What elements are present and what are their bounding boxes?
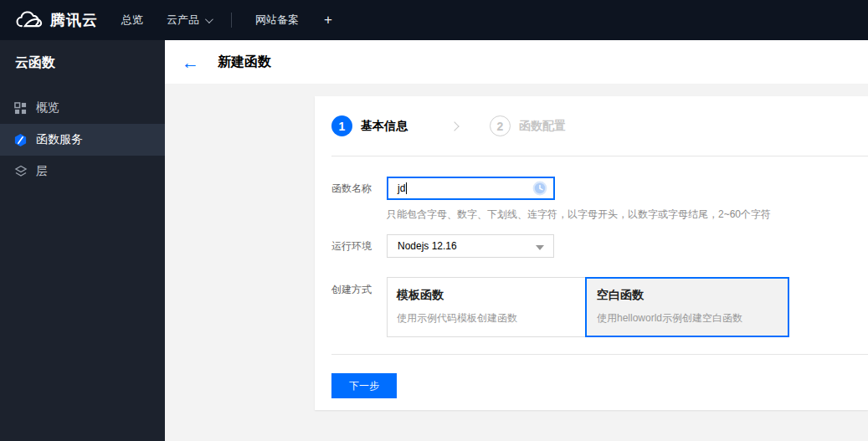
chevron-down-icon <box>205 15 213 23</box>
sidebar-item-label: 函数服务 <box>36 132 83 147</box>
nav-overview[interactable]: 总览 <box>121 13 143 28</box>
step-2-circle: 2 <box>490 115 511 136</box>
create-function-card: 1 基本信息 2 函数配置 函数名称 jd <box>315 96 868 410</box>
function-name-label: 函数名称 <box>331 177 387 222</box>
sidebar-item-label: 层 <box>36 164 48 179</box>
topbar: 腾讯云 总览 云产品 网站备案 + <box>0 0 868 40</box>
page-header: ← 新建函数 <box>165 40 868 84</box>
sidebar-item-overview[interactable]: 概览 <box>0 92 165 124</box>
chevron-right-icon <box>449 121 459 131</box>
option-title: 模板函数 <box>397 288 577 303</box>
layers-icon <box>13 165 28 179</box>
option-desc: 使用helloworld示例创建空白函数 <box>597 311 779 326</box>
option-template-function[interactable]: 模板函数 使用示例代码模板创建函数 <box>387 277 586 337</box>
nav-cloud-products-label: 云产品 <box>167 13 199 28</box>
option-desc: 使用示例代码模板创建函数 <box>397 311 577 326</box>
tencent-cloud-logo-icon <box>12 9 44 31</box>
footer-divider <box>331 354 868 355</box>
nav-overview-label: 总览 <box>121 13 143 28</box>
creation-method-row: 创建方式 模板函数 使用示例代码模板创建函数 空白函数 使用helloworld… <box>331 277 868 337</box>
back-arrow-icon[interactable]: ← <box>182 54 199 71</box>
text-caret <box>406 182 407 194</box>
brand-name: 腾讯云 <box>50 10 98 30</box>
step-1-label: 基本信息 <box>361 119 408 134</box>
sidebar-menu: 概览 函数服务 层 <box>0 92 165 187</box>
creation-method-options: 模板函数 使用示例代码模板创建函数 空白函数 使用helloworld示例创建空… <box>387 277 789 337</box>
sidebar: 云函数 概览 函数服务 <box>0 40 165 441</box>
select-caret-icon <box>536 245 544 250</box>
pending-clock-icon <box>532 180 548 199</box>
next-step-button[interactable]: 下一步 <box>331 373 397 398</box>
runtime-select[interactable]: Nodejs 12.16 <box>387 234 554 258</box>
option-title: 空白函数 <box>597 288 779 303</box>
sidebar-item-label: 概览 <box>36 100 59 115</box>
tab-website-icp-label: 网站备案 <box>255 13 299 28</box>
tab-website-icp[interactable]: 网站备案 <box>255 13 299 28</box>
function-name-row: 函数名称 jd 只能包含字母、数字、下划线、连字符，以 <box>331 177 868 222</box>
scf-icon <box>13 133 28 147</box>
sidebar-item-layers[interactable]: 层 <box>0 156 165 187</box>
runtime-row: 运行环境 Nodejs 12.16 <box>331 234 868 258</box>
sidebar-item-function-service[interactable]: 函数服务 <box>0 124 165 156</box>
grid-icon <box>13 101 28 115</box>
step-1-circle: 1 <box>331 115 352 136</box>
function-name-hint: 只能包含字母、数字、下划线、连字符，以字母开头，以数字或字母结尾，2~60个字符 <box>387 208 771 222</box>
function-name-value: jd <box>398 182 405 194</box>
runtime-label: 运行环境 <box>331 234 387 258</box>
step-2-label: 函数配置 <box>519 119 566 134</box>
function-name-input[interactable]: jd <box>387 177 555 200</box>
step-indicator: 1 基本信息 2 函数配置 <box>331 96 868 156</box>
runtime-selected-value: Nodejs 12.16 <box>398 240 457 252</box>
new-tab-button[interactable]: + <box>324 12 332 28</box>
basic-info-form: 函数名称 jd 只能包含字母、数字、下划线、连字符，以 <box>331 177 868 337</box>
creation-method-label: 创建方式 <box>331 277 387 337</box>
page-title: 新建函数 <box>218 54 271 71</box>
nav-cloud-products[interactable]: 云产品 <box>167 13 211 28</box>
sidebar-title: 云函数 <box>0 40 165 72</box>
content-area: 1 基本信息 2 函数配置 函数名称 jd <box>165 84 868 441</box>
option-blank-function[interactable]: 空白函数 使用helloworld示例创建空白函数 <box>585 277 789 337</box>
topbar-divider <box>231 13 232 28</box>
